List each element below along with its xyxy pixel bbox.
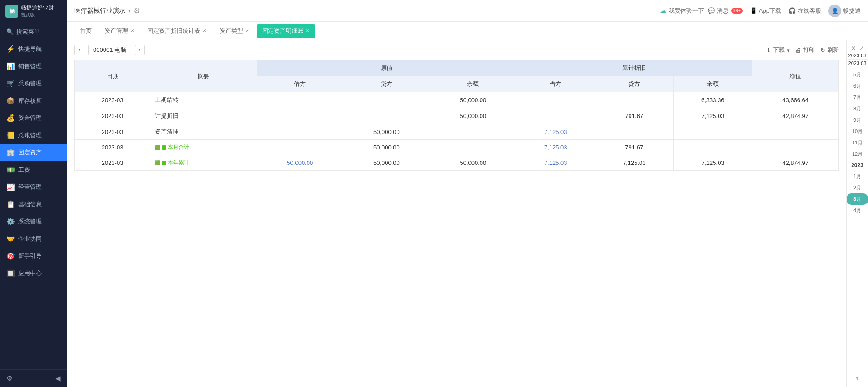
panel-year-2023: 2023: [847, 160, 868, 171]
sidebar-item-purchase[interactable]: 🛒 采购管理: [0, 75, 67, 92]
content-area: ‹ 000001 电脑 › ⬇ 下载 ▾ 🖨 打印 ↻ 刷新: [67, 40, 868, 387]
next-asset-button[interactable]: ›: [135, 45, 145, 55]
panel-month-8[interactable]: 8月: [847, 103, 868, 114]
messages-button[interactable]: 💬 消息 99+: [708, 7, 743, 15]
th-net-value: 净值: [752, 60, 839, 92]
sidebar-item-ledger[interactable]: 📒 总账管理: [0, 127, 67, 144]
th-date: 日期: [75, 60, 150, 92]
th-original-value: 原值: [257, 60, 516, 76]
sidebar-item-operations[interactable]: 📈 经营管理: [0, 179, 67, 196]
tab-asset-mgmt[interactable]: 资产管理 ✕: [99, 24, 140, 38]
operations-icon: 📈: [6, 183, 15, 191]
sidebar-logo: 畅 畅捷通好业财 普及版: [0, 0, 67, 23]
sidebar-item-system[interactable]: ⚙️ 系统管理: [0, 213, 67, 230]
panel-month-12[interactable]: 12月: [847, 149, 868, 160]
user-menu[interactable]: 👤 畅捷通: [828, 5, 861, 17]
sidebar-item-app-center[interactable]: 🔲 应用中心: [0, 265, 67, 282]
fixed-assets-icon: 🏢: [6, 149, 15, 157]
sidebar-item-basic-info[interactable]: 📋 基础信息: [0, 196, 67, 213]
tab-close-depreciation[interactable]: ✕: [202, 28, 207, 34]
refresh-icon: ↻: [820, 47, 825, 54]
system-icon: ⚙️: [6, 218, 15, 226]
panel-month-3-current[interactable]: 3月: [847, 194, 868, 205]
tab-close-asset-type[interactable]: ✕: [245, 28, 249, 34]
customer-service-button[interactable]: 🎧 在线客服: [789, 7, 821, 15]
panel-date-top2: 2023.03: [847, 60, 868, 67]
table-row: 2023-03 计提折旧 50,000.00 791.67 7,125.03 4…: [75, 108, 839, 124]
app-download-button[interactable]: 📱 App下载: [750, 7, 781, 15]
collapse-icon[interactable]: ◀: [55, 374, 61, 382]
logo-icon: 畅: [5, 5, 18, 18]
table-row: 2023-03 上期结转 50,000.00 6,333.36 43,666.6…: [75, 92, 839, 108]
prev-asset-button[interactable]: ‹: [74, 45, 84, 55]
salary-icon: 💵: [6, 166, 15, 174]
sidebar-item-funds[interactable]: 💰 资金管理: [0, 109, 67, 127]
th-ov-balance: 余额: [430, 76, 516, 92]
content-main: ‹ 000001 电脑 › ⬇ 下载 ▾ 🖨 打印 ↻ 刷新: [67, 40, 846, 387]
th-summary: 摘要: [150, 60, 257, 92]
settings-bottom-icon[interactable]: ⚙: [6, 374, 12, 382]
enterprise-icon: 🤝: [6, 235, 15, 243]
panel-month-9[interactable]: 9月: [847, 114, 868, 126]
download-icon: ⬇: [766, 47, 771, 54]
quick-nav-icon: ⚡: [6, 45, 15, 53]
panel-month-2[interactable]: 2月: [847, 182, 868, 194]
tab-bar: 首页 资产管理 ✕ 固定资产折旧统计表 ✕ 资产类型 ✕ 固定资产明细账 ✕: [67, 22, 868, 40]
sidebar-item-quick-nav[interactable]: ⚡ 快捷导航: [0, 40, 67, 58]
sidebar-item-sales[interactable]: 📊 销售管理: [0, 58, 67, 75]
panel-month-1[interactable]: 1月: [847, 171, 868, 182]
panel-scroll-down[interactable]: ▾: [854, 372, 861, 383]
table-row: 2023-03 本月合计 50,000.00 7,125.03 791.67: [75, 140, 839, 155]
panel-month-6[interactable]: 6月: [847, 80, 868, 92]
th-ad-balance: 余额: [674, 76, 752, 92]
sidebar-item-guide[interactable]: 🎯 新手引导: [0, 248, 67, 265]
tab-depreciation-stats[interactable]: 固定资产折旧统计表 ✕: [142, 24, 212, 38]
avatar: 👤: [828, 5, 841, 17]
panel-month-11[interactable]: 11月: [847, 137, 868, 149]
tab-close-asset-mgmt[interactable]: ✕: [130, 28, 134, 34]
sidebar: 畅 畅捷通好业财 普及版 🔍 搜索菜单 ⚡ 快捷导航 📊 销售管理 🛒 采购管理…: [0, 0, 67, 387]
funds-icon: 💰: [6, 114, 15, 122]
th-ov-debit: 借方: [257, 76, 343, 92]
tab-home[interactable]: 首页: [74, 24, 97, 38]
print-button[interactable]: 🖨 打印: [795, 46, 815, 54]
panel-close-icon[interactable]: ✕: [851, 45, 858, 52]
download-chevron: ▾: [787, 47, 790, 54]
experience-icon: ☁: [660, 6, 667, 15]
search-menu[interactable]: 🔍 搜索菜单: [0, 23, 67, 40]
inventory-icon: 📦: [6, 97, 15, 105]
main-area: 医疗器械行业演示 ▾ ⚙ ☁ 我要体验一下 💬 消息 99+ 📱 App下载 🎧…: [67, 0, 868, 387]
basic-info-icon: 📋: [6, 200, 15, 208]
tab-close-asset-detail[interactable]: ✕: [305, 28, 310, 34]
download-button[interactable]: ⬇ 下载 ▾: [766, 46, 790, 54]
toolbar-right: ⬇ 下载 ▾ 🖨 打印 ↻ 刷新: [766, 46, 839, 54]
panel-scroll[interactable]: 5月 6月 7月 8月 9月 10月 11月 12月 2023 1月 2月 3月…: [847, 67, 868, 372]
table-row: 2023-03 资产清理 50,000.00 7,125.03: [75, 124, 839, 140]
sidebar-item-inventory[interactable]: 📦 库存核算: [0, 92, 67, 109]
tab-asset-type[interactable]: 资产类型 ✕: [214, 24, 255, 38]
th-ad-debit: 借方: [516, 76, 595, 92]
panel-expand-icon[interactable]: ⤢: [859, 45, 866, 52]
panel-month-7[interactable]: 7月: [847, 92, 868, 103]
panel-month-10[interactable]: 10月: [847, 126, 868, 137]
settings-icon[interactable]: ⚙: [134, 6, 140, 15]
sidebar-item-fixed-assets[interactable]: 🏢 固定资产: [0, 144, 67, 161]
table-container: 日期 摘要 原值 累计折旧 净值 借方 贷方 余额 借方 贷方 余额: [67, 60, 846, 171]
refresh-button[interactable]: ↻ 刷新: [820, 46, 839, 54]
topbar-right: 💬 消息 99+ 📱 App下载 🎧 在线客服 👤 畅捷通: [708, 5, 861, 17]
experience-button[interactable]: ☁ 我要体验一下: [660, 6, 704, 15]
panel-month-4[interactable]: 4月: [847, 205, 868, 216]
sidebar-item-salary[interactable]: 💵 工资: [0, 161, 67, 179]
logo-text: 畅捷通好业财 普及版: [21, 5, 54, 18]
asset-detail-table: 日期 摘要 原值 累计折旧 净值 借方 贷方 余额 借方 贷方 余额: [74, 60, 839, 171]
sidebar-nav: 📊 销售管理 🛒 采购管理 📦 库存核算 💰 资金管理 📒 总账管理 🏢 固定资…: [0, 58, 67, 369]
company-chevron[interactable]: ▾: [128, 8, 131, 14]
service-icon: 🎧: [789, 7, 796, 14]
ledger-icon: 📒: [6, 131, 15, 139]
tab-asset-detail[interactable]: 固定资产明细账 ✕: [257, 24, 315, 38]
sidebar-item-enterprise[interactable]: 🤝 企业协同: [0, 230, 67, 248]
th-ad-credit: 贷方: [595, 76, 674, 92]
panel-month-5[interactable]: 5月: [847, 69, 868, 80]
content-toolbar: ‹ 000001 电脑 › ⬇ 下载 ▾ 🖨 打印 ↻ 刷新: [67, 40, 846, 60]
app-center-icon: 🔲: [6, 269, 15, 278]
